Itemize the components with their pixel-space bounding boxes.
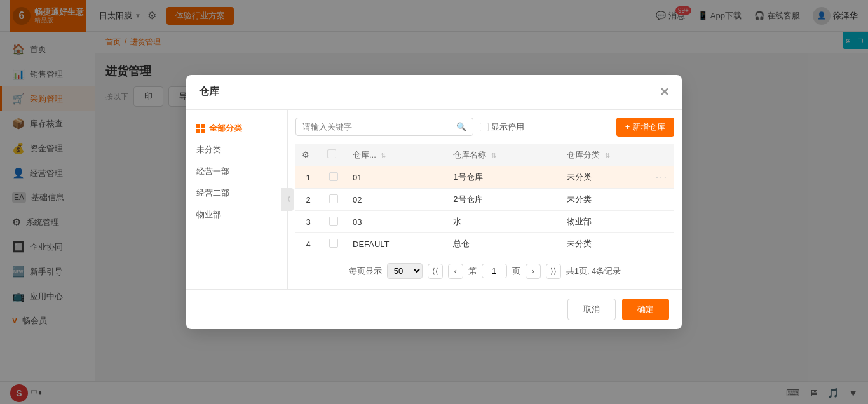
dialog-close-btn[interactable]: ✕ (660, 85, 669, 99)
last-page-btn[interactable]: ⟩⟩ (546, 264, 561, 279)
row-category-2: 物业部 (560, 211, 674, 233)
dialog-body: 全部分类 未分类 经营一部 经营二部 物业部 《 🔍 (186, 110, 682, 290)
page-size-select[interactable]: 50 100 200 (387, 263, 423, 279)
row-code-3: DEFAULT (346, 233, 447, 255)
cancel-btn[interactable]: 取消 (567, 299, 616, 320)
category-collapse-btn[interactable]: 《 (281, 188, 294, 211)
category-item-ops1[interactable]: 经营一部 (186, 161, 287, 182)
next-page-btn[interactable]: › (526, 264, 541, 279)
warehouse-table: ⚙ 仓库... ⇅ 仓库名称 (295, 144, 674, 256)
row-checkbox-2[interactable] (321, 211, 346, 233)
svg-rect-0 (196, 124, 200, 128)
show-disabled-toggle[interactable]: 显示停用 (480, 121, 524, 133)
show-disabled-checkbox[interactable] (480, 123, 489, 131)
row-category-3: 未分类 (560, 233, 674, 255)
table-header: ⚙ 仓库... ⇅ 仓库名称 (295, 144, 674, 166)
row-more-btn[interactable]: ··· (656, 172, 668, 183)
row-code-2: 03 (346, 211, 447, 233)
row-name-2: 水 (447, 211, 560, 233)
table-body: 1 01 1号仓库 未分类 ··· 2 02 2号仓库 未分类 3 03 水 物… (295, 166, 674, 255)
row-num-3: 4 (295, 233, 321, 255)
category-item-property[interactable]: 物业部 (186, 204, 287, 226)
category-item-unclassified[interactable]: 未分类 (186, 139, 287, 161)
row-name-3: 总仓 (447, 233, 560, 255)
row-category-1: 未分类 (560, 189, 674, 211)
row-num-1: 2 (295, 189, 321, 211)
select-all-checkbox[interactable] (327, 149, 336, 158)
prev-page-btn[interactable]: ‹ (448, 264, 463, 279)
row-code-1: 02 (346, 189, 447, 211)
first-page-btn[interactable]: ⟨⟨ (428, 264, 443, 279)
page-input[interactable] (482, 264, 507, 278)
row-code-0: 01 (346, 166, 447, 189)
add-warehouse-btn[interactable]: + 新增仓库 (616, 118, 674, 137)
table-scroll-area: ⚙ 仓库... ⇅ 仓库名称 (295, 144, 674, 256)
table-row[interactable]: 1 01 1号仓库 未分类 ··· (295, 166, 674, 189)
row-num-0: 1 (295, 166, 321, 189)
dialog-header: 仓库 ✕ (186, 75, 682, 110)
row-num-2: 3 (295, 211, 321, 233)
warehouse-dialog: 仓库 ✕ 全部分类 未分类 经营一部 经营二部 物业部 (186, 75, 682, 330)
table-row[interactable]: 3 03 水 物业部 (295, 211, 674, 233)
svg-rect-2 (196, 129, 200, 133)
search-input-wrapper: 🔍 (295, 118, 473, 136)
sort-cat-icon: ⇅ (605, 152, 610, 159)
dialog-overlay: 仓库 ✕ 全部分类 未分类 经营一部 经营二部 物业部 (0, 0, 868, 404)
search-input[interactable] (302, 122, 452, 131)
pagination: 每页显示 50 100 200 ⟨⟨ ‹ 第 页 › ⟩⟩ 共1页, 4条记录 (295, 255, 674, 281)
gear-icon: ⚙ (302, 150, 309, 159)
table-header-row: ⚙ 仓库... ⇅ 仓库名称 (295, 144, 674, 166)
category-panel: 全部分类 未分类 经营一部 经营二部 物业部 《 (186, 110, 288, 290)
svg-rect-3 (201, 129, 205, 133)
table-toolbar: 🔍 显示停用 + 新增仓库 (295, 118, 674, 137)
grid-icon (196, 124, 205, 133)
confirm-btn[interactable]: 确定 (622, 299, 669, 320)
dialog-title: 仓库 (199, 85, 219, 98)
search-icon[interactable]: 🔍 (456, 122, 466, 131)
col-header-gear: ⚙ (295, 144, 321, 166)
table-panel: 🔍 显示停用 + 新增仓库 ⚙ (288, 110, 682, 290)
sort-name-icon: ⇅ (491, 152, 496, 159)
all-category-item[interactable]: 全部分类 (186, 118, 287, 139)
row-name-1: 2号仓库 (447, 189, 560, 211)
row-name-0: 1号仓库 (447, 166, 560, 189)
table-row[interactable]: 2 02 2号仓库 未分类 (295, 189, 674, 211)
row-category-0: 未分类 ··· (560, 166, 674, 189)
dialog-footer: 取消 确定 (186, 289, 682, 329)
row-checkbox-0[interactable] (321, 166, 346, 189)
table-row[interactable]: 4 DEFAULT 总仓 未分类 (295, 233, 674, 255)
category-item-ops2[interactable]: 经营二部 (186, 182, 287, 204)
row-checkbox-3[interactable] (321, 233, 346, 255)
row-checkbox-1[interactable] (321, 189, 346, 211)
col-header-code: 仓库... ⇅ (346, 144, 447, 166)
col-header-category: 仓库分类 ⇅ (560, 144, 674, 166)
col-header-checkbox (321, 144, 346, 166)
svg-rect-1 (201, 124, 205, 128)
sort-code-icon: ⇅ (381, 152, 386, 159)
col-header-name: 仓库名称 ⇅ (447, 144, 560, 166)
